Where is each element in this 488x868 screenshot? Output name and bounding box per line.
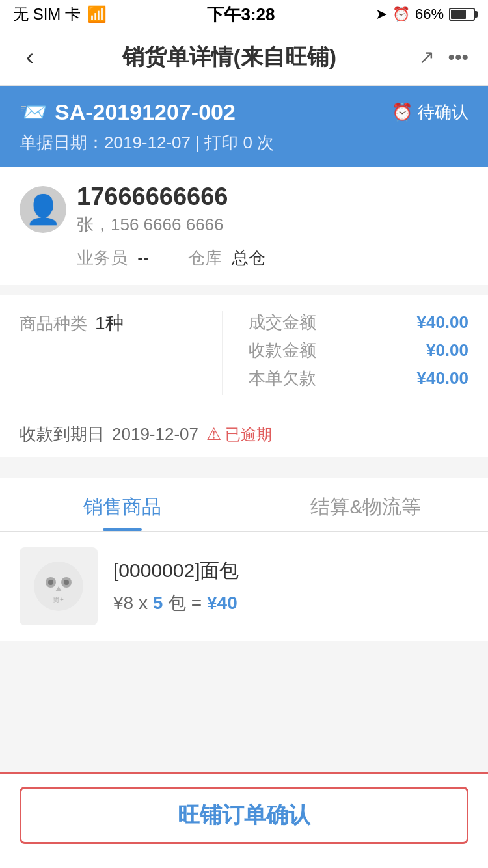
carrier-label: 无 SIM 卡 — [13, 4, 81, 25]
svg-point-3 — [48, 580, 53, 585]
customer-sub-info: 张，156 6666 6666 — [77, 213, 228, 236]
avatar: 👤 — [20, 186, 66, 233]
owing-label: 本单欠款 — [249, 367, 316, 390]
receipt-amount: 收款金额 ¥0.00 — [249, 339, 468, 362]
product-logo-icon: 野+ — [33, 560, 85, 612]
svg-text:野+: 野+ — [53, 596, 64, 603]
warehouse-label: 仓库 — [188, 248, 222, 267]
product-info: [0000002]面包 ¥8 x 5 包 = ¥40 — [113, 558, 468, 616]
confirm-order-button[interactable]: 旺铺订单确认 — [20, 787, 468, 844]
product-thumbnail: 野+ — [20, 547, 98, 625]
order-date: 单据日期：2019-12-07 | 打印 0 次 — [20, 131, 468, 154]
battery-label: 66% — [415, 6, 444, 23]
overdue-icon: ⚠ — [206, 424, 221, 444]
owing-value: ¥40.00 — [416, 368, 468, 388]
price-per-unit: ¥8 — [113, 593, 133, 613]
location-icon: ➤ — [375, 6, 387, 23]
tab-products[interactable]: 销售商品 — [0, 478, 244, 531]
avatar-icon: 👤 — [25, 193, 61, 226]
due-date-section: 收款到期日 2019-12-07 ⚠ 已逾期 — [0, 411, 488, 457]
order-id: 📨 SA-20191207-002 — [20, 99, 236, 125]
tabs-row: 销售商品 结算&物流等 — [0, 478, 488, 532]
salesman-value: -- — [137, 248, 148, 267]
status-carrier: 无 SIM 卡 📶 — [13, 4, 107, 25]
product-type-label: 商品种类 — [20, 312, 87, 335]
back-button[interactable]: ‹ — [20, 37, 40, 77]
due-date-label: 收款到期日 — [20, 423, 104, 446]
summary-section: 商品种类 1种 成交金额 ¥40.00 收款金额 ¥0.00 本单欠款 ¥40.… — [0, 295, 488, 411]
page-title: 销货单详情(来自旺铺) — [122, 42, 336, 72]
svg-point-4 — [64, 580, 69, 585]
divider-1 — [0, 285, 488, 295]
wifi-icon: 📶 — [87, 5, 107, 23]
receipt-value: ¥0.00 — [426, 340, 468, 360]
transaction-amount: 成交金额 ¥40.00 — [249, 311, 468, 334]
customer-card: 👤 17666666666 张，156 6666 6666 业务员 -- 仓库 … — [0, 167, 488, 285]
product-price-row: ¥8 x 5 包 = ¥40 — [113, 591, 468, 616]
order-id-text: SA-20191207-002 — [55, 100, 236, 125]
salesman-info: 业务员 -- — [77, 247, 149, 269]
confirm-btn-wrapper: 旺铺订单确认 — [0, 772, 488, 868]
bottom-spacer — [0, 642, 488, 772]
tab-settlement[interactable]: 结算&物流等 — [244, 478, 488, 531]
status-label: 待确认 — [418, 101, 468, 124]
alarm-icon: ⏰ — [392, 6, 410, 23]
warehouse-info: 仓库 总仓 — [188, 247, 265, 269]
transaction-value: ¥40.00 — [416, 312, 468, 332]
product-quantity: 5 — [153, 593, 163, 613]
battery-icon — [449, 8, 475, 21]
order-status: ⏰ 待确认 — [392, 101, 468, 124]
overdue-badge: ⚠ 已逾期 — [206, 424, 272, 445]
product-item: 野+ [0000002]面包 ¥8 x 5 包 = ¥40 — [0, 532, 488, 642]
product-unit: 包 — [168, 593, 186, 613]
order-header: 📨 SA-20191207-002 ⏰ 待确认 单据日期：2019-12-07 … — [0, 86, 488, 167]
salesman-label: 业务员 — [77, 248, 128, 267]
product-type-value: 1种 — [95, 311, 124, 336]
product-list: 野+ [0000002]面包 ¥8 x 5 包 = ¥40 — [0, 532, 488, 642]
nav-actions: ↗︎ ••• — [418, 46, 468, 68]
warehouse-value: 总仓 — [232, 248, 265, 267]
receipt-label: 收款金额 — [249, 339, 316, 362]
status-bar: 无 SIM 卡 📶 下午3:28 ➤ ⏰ 66% — [0, 0, 488, 29]
product-name: [0000002]面包 — [113, 558, 468, 584]
status-battery-area: ➤ ⏰ 66% — [375, 6, 475, 23]
nav-bar: ‹ 销货单详情(来自旺铺) ↗︎ ••• — [0, 29, 488, 86]
product-total: ¥40 — [207, 593, 237, 613]
share-icon[interactable]: ↗︎ — [418, 46, 435, 68]
owing-amount: 本单欠款 ¥40.00 — [249, 367, 468, 390]
order-icon: 📨 — [20, 99, 47, 125]
more-icon[interactable]: ••• — [448, 46, 468, 68]
due-date-value: 2019-12-07 — [112, 424, 198, 444]
overdue-label: 已逾期 — [225, 424, 272, 445]
customer-phone: 17666666666 — [77, 183, 228, 211]
amount-info: 成交金额 ¥40.00 收款金额 ¥0.00 本单欠款 ¥40.00 — [223, 311, 468, 395]
transaction-label: 成交金额 — [249, 311, 316, 334]
clock-icon: ⏰ — [392, 102, 413, 122]
divider-2 — [0, 457, 488, 468]
product-type-info: 商品种类 1种 — [20, 311, 223, 395]
status-time: 下午3:28 — [207, 3, 275, 26]
